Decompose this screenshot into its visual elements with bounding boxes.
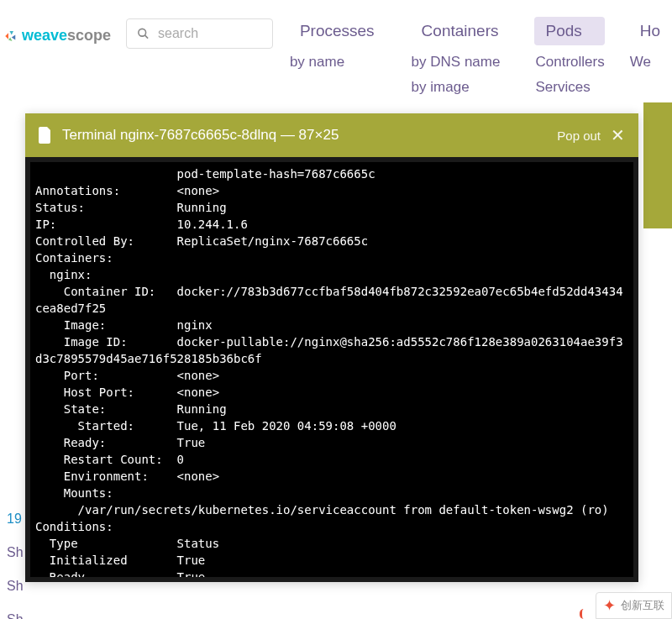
document-icon	[39, 127, 52, 144]
terminal-line: Conditions:	[35, 518, 628, 535]
background-left-text: 19 Sh Sh Sh	[7, 502, 24, 619]
terminal-header: Terminal nginx-7687c6665c-8dlnq — 87×25 …	[25, 113, 638, 157]
nav-pods-controllers[interactable]: Controllers	[534, 54, 605, 71]
nav-processes[interactable]: Processes	[288, 17, 386, 45]
search-box[interactable]	[126, 18, 273, 49]
terminal-line: Ready True	[35, 569, 628, 577]
terminal-line: State: Running	[35, 401, 628, 417]
bg-sh-1: Sh	[7, 536, 24, 569]
close-icon[interactable]: ✕	[611, 125, 625, 145]
terminal-line: pod-template-hash=7687c6665c	[35, 165, 628, 182]
watermark-accent	[580, 609, 588, 619]
terminal-line: Status: Running	[35, 199, 628, 216]
terminal-title: Terminal nginx-7687c6665c-8dlnq — 87×25	[62, 127, 547, 144]
terminal-line: Image ID: docker-pullable://nginx@sha256…	[35, 333, 628, 367]
popout-button[interactable]: Pop out	[557, 129, 601, 143]
side-panel-sliver	[643, 102, 672, 228]
terminal-modal: Terminal nginx-7687c6665c-8dlnq — 87×25 …	[25, 113, 638, 582]
bg-sh-3: Sh	[7, 603, 24, 619]
terminal-line: IP: 10.244.1.6	[35, 216, 628, 233]
terminal-line: Environment: <none>	[35, 468, 628, 485]
nav: Processes by name Containers by DNS name…	[288, 17, 672, 96]
nav-containers-bydns[interactable]: by DNS name	[410, 54, 511, 71]
watermark: ✦ 创新互联	[596, 592, 672, 619]
terminal-line: nginx:	[35, 266, 628, 283]
terminal-line: Started: Tue, 11 Feb 2020 04:59:08 +0000	[35, 417, 628, 434]
svg-line-1	[144, 35, 148, 39]
terminal-line: Annotations: <none>	[35, 182, 628, 199]
nav-containers[interactable]: Containers	[410, 17, 511, 45]
terminal-line: Restart Count: 0	[35, 451, 628, 468]
nav-hosts[interactable]: Ho	[628, 17, 672, 45]
terminal-line: Host Port: <none>	[35, 384, 628, 401]
terminal-output[interactable]: pod-template-hash=7687c6665cAnnotations:…	[30, 162, 633, 577]
bg-number: 19	[7, 511, 22, 526]
svg-point-0	[139, 29, 146, 36]
search-input[interactable]	[158, 26, 262, 41]
terminal-line: Image: nginx	[35, 317, 628, 333]
terminal-line: Type Status	[35, 535, 628, 552]
terminal-line: Controlled By: ReplicaSet/nginx-7687c666…	[35, 233, 628, 249]
terminal-line: Ready: True	[35, 434, 628, 451]
logo-icon	[3, 29, 18, 44]
nav-processes-byname[interactable]: by name	[288, 54, 386, 71]
nav-hosts-weave[interactable]: We	[628, 54, 672, 71]
terminal-line: /var/run/secrets/kubernetes.io/serviceac…	[35, 501, 628, 518]
terminal-line: Container ID: docker://783b3d677ccfbaf58…	[35, 283, 628, 317]
terminal-line: Initialized True	[35, 552, 628, 569]
bg-sh-2: Sh	[7, 569, 24, 603]
terminal-line: Mounts:	[35, 485, 628, 501]
search-icon	[137, 26, 150, 41]
nav-containers-byimage[interactable]: by image	[410, 79, 511, 96]
nav-pods[interactable]: Pods	[534, 17, 605, 45]
nav-pods-services[interactable]: Services	[534, 79, 605, 96]
terminal-line: Containers:	[35, 249, 628, 266]
logo-scope-text: scope	[67, 27, 111, 45]
watermark-text: 创新互联	[621, 598, 664, 613]
logo: weavescope	[3, 27, 111, 45]
logo-weave-text: weave	[22, 27, 67, 45]
terminal-line: Port: <none>	[35, 367, 628, 384]
watermark-star-icon: ✦	[603, 596, 616, 615]
